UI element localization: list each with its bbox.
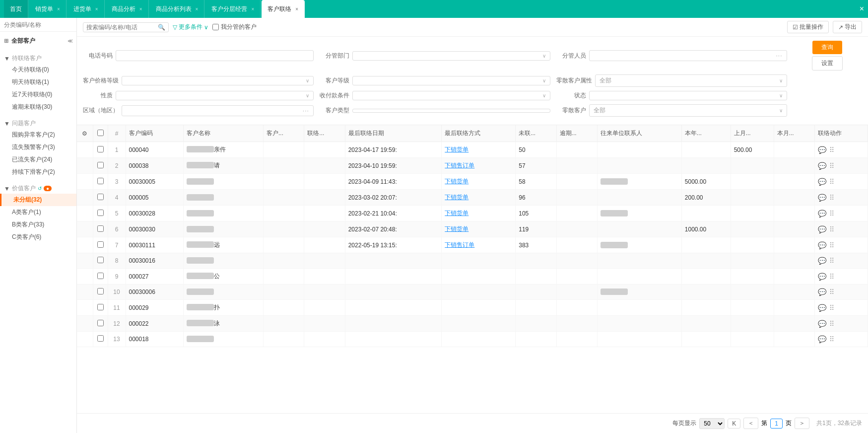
row-checkbox[interactable] — [97, 273, 104, 279]
tab-home[interactable]: 首页 — [4, 0, 28, 18]
value-refresh-icon[interactable]: ↺ — [38, 186, 42, 191]
tab-product-analysis[interactable]: 商品分析 × — [106, 0, 149, 18]
prev-page-button[interactable]: ＜ — [743, 418, 758, 429]
th-last-month[interactable]: 上月... — [731, 125, 774, 142]
sidebar-item-ungroup[interactable]: 未分组(32) — [0, 194, 76, 206]
chat-icon[interactable]: 💬 — [818, 225, 826, 233]
row-checkbox[interactable] — [97, 320, 104, 326]
all-customers-header[interactable]: ⊞ 全部客户 ≪ — [0, 34, 76, 48]
close-window-button[interactable]: × — [860, 4, 864, 13]
price-level-select[interactable]: ∨ — [122, 76, 314, 85]
batch-op-button[interactable]: ☑ 批量操作 — [787, 21, 829, 33]
th-name[interactable]: 客户名称 — [183, 125, 263, 142]
chat-icon[interactable]: 💬 — [818, 194, 826, 202]
reset-button[interactable]: 设置 — [812, 56, 843, 71]
sidebar-item-churn-warning[interactable]: 流失预警客户(3) — [0, 141, 76, 153]
chat-icon[interactable]: 💬 — [818, 257, 826, 265]
sidebar-item-class-c[interactable]: C类客户(6) — [0, 231, 76, 243]
row-checkbox[interactable] — [97, 162, 104, 168]
th-settings[interactable]: ⚙ — [77, 125, 93, 142]
phone-input[interactable] — [116, 50, 314, 61]
row-checkbox[interactable] — [97, 146, 104, 152]
last-method-link[interactable]: 下销售订单 — [445, 241, 474, 248]
chat-icon[interactable]: 💬 — [818, 210, 826, 217]
th-partner[interactable]: 往来单位联系人 — [597, 125, 681, 142]
next-page-button[interactable]: ＞ — [795, 418, 809, 429]
sidebar-item-overdue-pending[interactable]: 逾期未联络(30) — [0, 101, 76, 113]
export-button[interactable]: ↗ 导出 — [833, 21, 862, 33]
status-select[interactable]: ∨ — [589, 91, 787, 100]
close-tab-product-list[interactable]: × — [196, 6, 199, 12]
payment-select[interactable]: ∨ — [352, 91, 550, 100]
last-method-link[interactable]: 下销货单 — [445, 194, 468, 201]
sidebar-item-declining[interactable]: 持续下滑客户(2) — [0, 166, 76, 178]
sidebar-item-tomorrow-pending[interactable]: 明天待联络(1) — [0, 76, 76, 88]
sidebar-item-class-b[interactable]: B类客户(33) — [0, 218, 76, 231]
more-icon[interactable]: ⠿ — [829, 210, 834, 217]
close-tab-customer-segment[interactable]: × — [251, 6, 254, 12]
sidebar-search-input[interactable] — [4, 21, 77, 28]
th-contact[interactable]: 联络... — [304, 125, 345, 142]
dept-select[interactable]: ∨ — [352, 51, 550, 61]
more-icon[interactable]: ⠿ — [829, 162, 834, 170]
chat-icon[interactable]: 💬 — [818, 320, 826, 328]
more-icon[interactable]: ⠿ — [829, 194, 834, 202]
search-icon[interactable]: 🔍 — [158, 24, 165, 31]
last-method-link[interactable]: 下销货单 — [445, 146, 468, 153]
region-select[interactable]: ··· — [122, 105, 314, 116]
more-icon[interactable]: ⠿ — [829, 178, 834, 186]
first-page-button[interactable]: K — [728, 419, 740, 429]
more-icon[interactable]: ⠿ — [829, 241, 834, 249]
row-checkbox[interactable] — [97, 304, 104, 310]
close-tab-sales[interactable]: × — [57, 6, 60, 12]
more-icon[interactable]: ⠿ — [829, 288, 834, 296]
tab-product-list[interactable]: 商品分析列表 × — [150, 0, 205, 18]
tab-purchase[interactable]: 进货单 × — [67, 0, 105, 18]
sidebar-item-abnormal[interactable]: 囤购异常客户(2) — [0, 129, 76, 141]
row-checkbox[interactable] — [97, 178, 104, 184]
last-method-link[interactable]: 下销货单 — [445, 210, 468, 216]
more-icon[interactable]: ⠿ — [829, 257, 834, 265]
th-year-amt[interactable]: 本年... — [681, 125, 731, 142]
th-not-contact[interactable]: 未联... — [516, 125, 556, 142]
close-tab-product-analysis[interactable]: × — [139, 6, 142, 12]
sidebar-item-week-pending[interactable]: 近7天待联络(0) — [0, 88, 76, 101]
th-last-method[interactable]: 最后联络方式 — [442, 125, 516, 142]
chat-icon[interactable]: 💬 — [818, 304, 826, 312]
th-overdue[interactable]: 逾期... — [556, 125, 597, 142]
collapse-sidebar-icon[interactable]: ≪ — [67, 38, 72, 44]
chat-icon[interactable]: 💬 — [818, 288, 826, 296]
my-customers-checkbox[interactable] — [212, 24, 219, 30]
chat-icon[interactable]: 💬 — [818, 273, 826, 281]
customer-type-select[interactable] — [352, 109, 550, 113]
row-checkbox[interactable] — [97, 225, 104, 232]
row-checkbox[interactable] — [97, 335, 104, 342]
retail-attr-select[interactable]: 全部 ∨ — [595, 74, 787, 87]
more-icon[interactable]: ⠿ — [829, 304, 834, 312]
th-code[interactable]: 客户编码 — [126, 125, 183, 142]
chat-icon[interactable]: 💬 — [818, 146, 826, 154]
th-cat[interactable]: 客户... — [263, 125, 304, 142]
chat-icon[interactable]: 💬 — [818, 178, 826, 186]
page-size-select[interactable]: 50 100 200 — [699, 418, 725, 429]
sidebar-item-today-pending[interactable]: 今天待联络(0) — [0, 64, 76, 76]
more-icon[interactable]: ⠿ — [829, 273, 834, 281]
quality-select[interactable]: ∨ — [116, 91, 314, 100]
more-icon[interactable]: ⠿ — [829, 225, 834, 233]
customer-search-input[interactable] — [86, 24, 156, 31]
tab-customer-segment[interactable]: 客户分层经营 × — [205, 0, 261, 18]
sidebar-item-class-a[interactable]: A类客户(1) — [0, 206, 76, 218]
close-tab-purchase[interactable]: × — [95, 6, 98, 12]
last-method-link[interactable]: 下销货单 — [445, 178, 468, 185]
tab-sales[interactable]: 销货单 × — [29, 0, 67, 18]
staff-select[interactable]: ··· — [589, 50, 787, 61]
chat-icon[interactable]: 💬 — [818, 241, 826, 249]
chat-icon[interactable]: 💬 — [818, 335, 826, 343]
row-checkbox[interactable] — [97, 194, 104, 200]
select-all-checkbox[interactable] — [97, 130, 104, 136]
row-checkbox[interactable] — [97, 257, 104, 263]
more-conditions-button[interactable]: ▽ 更多条件 ∨ — [173, 23, 208, 31]
query-button[interactable]: 查询 — [812, 41, 842, 54]
more-icon[interactable]: ⠿ — [829, 335, 834, 343]
retail-customer-select[interactable]: 全部 ∨ — [589, 104, 787, 117]
